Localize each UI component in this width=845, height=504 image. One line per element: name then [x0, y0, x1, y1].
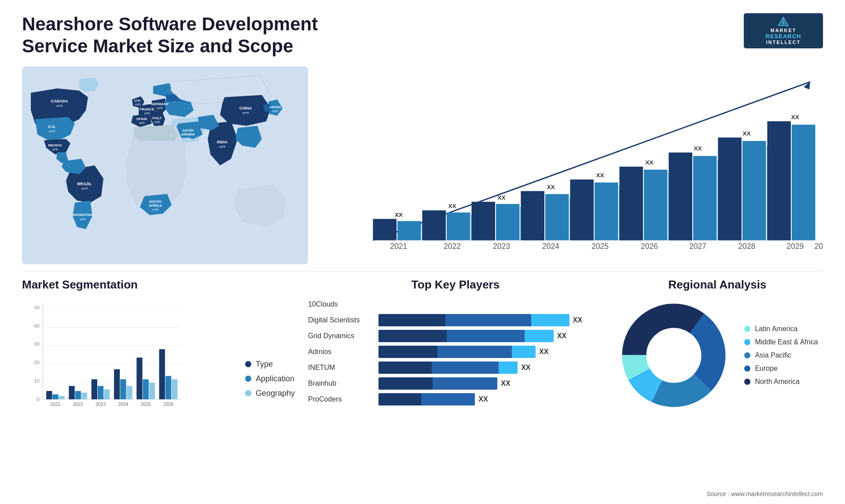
- player-bar-container-10clouds: [378, 298, 603, 310]
- legend-geography-dot: [245, 390, 251, 396]
- player-name-admios: Admios: [308, 348, 378, 356]
- player-label-ds: XX: [573, 316, 582, 324]
- player-row-brainhub: Brainhub XX: [308, 377, 603, 390]
- svg-rect-54: [545, 194, 569, 240]
- svg-text:10: 10: [34, 378, 40, 383]
- player-row-grid-dynamics: Grid Dynamics XX: [308, 330, 603, 342]
- legend-geography: Geography: [245, 389, 295, 398]
- bar-seg2: [421, 393, 475, 405]
- player-row-admios: Admios XX: [308, 346, 603, 358]
- svg-point-127: [647, 329, 700, 382]
- player-name-inetum: INETUM: [308, 364, 378, 372]
- right-panels: Top Key Players 10Clouds Digital Scienti…: [308, 278, 823, 421]
- player-name-procoders: ProCoders: [308, 395, 378, 403]
- svg-text:30: 30: [34, 341, 40, 347]
- bar-seg2: [433, 377, 497, 390]
- segmentation-legend: Type Application Geography: [241, 360, 295, 421]
- dot-europe: [744, 365, 750, 372]
- svg-text:SAUDI: SAUDI: [183, 128, 194, 132]
- player-bar-procoders: XX: [378, 393, 603, 405]
- legend-type-dot: [245, 361, 251, 367]
- svg-text:INDIA: INDIA: [217, 140, 228, 144]
- svg-text:JAPAN: JAPAN: [269, 105, 281, 109]
- player-bar-brainhub: XX: [378, 377, 603, 390]
- legend-asia-pacific: Asia Pacific: [744, 351, 818, 359]
- player-row-procoders: ProCoders XX: [308, 393, 603, 405]
- svg-rect-119: [165, 376, 171, 399]
- player-bar-gd: [378, 330, 554, 342]
- svg-text:U.K.: U.K.: [134, 99, 141, 102]
- bar-seg3: [525, 330, 554, 342]
- svg-text:SPAIN: SPAIN: [136, 117, 147, 121]
- dot-middle-east-africa: [744, 339, 750, 345]
- regional-content: Latin America Middle East & Africa Asia …: [612, 298, 823, 413]
- svg-rect-106: [92, 379, 97, 399]
- bar-seg3: [499, 362, 518, 374]
- svg-text:2025: 2025: [141, 402, 151, 407]
- player-label-gd: XX: [557, 332, 566, 340]
- legend-application-dot: [245, 376, 251, 382]
- logo-text-top: MARKET: [770, 28, 796, 33]
- svg-rect-107: [98, 386, 103, 399]
- svg-rect-115: [143, 379, 149, 399]
- svg-text:AFRICA: AFRICA: [149, 204, 162, 208]
- svg-text:XX: XX: [645, 159, 653, 166]
- dot-asia-pacific: [744, 352, 750, 358]
- svg-text:2023: 2023: [96, 402, 106, 407]
- legend-middle-east-africa: Middle East & Africa: [744, 338, 818, 346]
- svg-rect-98: [46, 391, 52, 399]
- svg-text:2021: 2021: [50, 402, 60, 407]
- bar-seg2: [447, 330, 525, 342]
- svg-text:2027: 2027: [689, 242, 706, 251]
- svg-text:xx%: xx%: [81, 186, 88, 190]
- svg-text:U.S.: U.S.: [48, 124, 56, 129]
- svg-text:ARGENTINA: ARGENTINA: [72, 213, 93, 217]
- svg-text:2024: 2024: [118, 402, 128, 407]
- svg-rect-48: [471, 202, 495, 241]
- player-bar-bh: [378, 377, 497, 390]
- svg-rect-116: [149, 383, 155, 399]
- svg-rect-73: [718, 137, 742, 240]
- svg-text:2030: 2030: [815, 242, 823, 251]
- player-label-bh: XX: [501, 380, 510, 387]
- svg-text:xx%: xx%: [272, 110, 278, 113]
- logo-box: MARKET RESEARCH INTELLECT: [744, 13, 823, 48]
- bar-seg1: [378, 314, 445, 326]
- bar-seg3: [512, 346, 536, 358]
- svg-rect-74: [742, 141, 766, 240]
- svg-text:XX: XX: [547, 183, 555, 190]
- svg-rect-112: [127, 386, 132, 399]
- regional-legend: Latin America Middle East & Africa Asia …: [744, 325, 818, 386]
- svg-rect-63: [619, 167, 643, 241]
- svg-text:XX: XX: [743, 130, 751, 137]
- svg-text:xx%: xx%: [56, 104, 62, 108]
- logo-icon: [775, 17, 792, 26]
- segmentation-panel: Market Segmentation 0 10 20 30 40 5: [22, 278, 295, 421]
- svg-text:xx%: xx%: [135, 103, 140, 106]
- legend-geography-label: Geography: [256, 389, 295, 398]
- svg-text:GERMANY: GERMANY: [151, 102, 169, 106]
- segmentation-title: Market Segmentation: [22, 278, 295, 292]
- svg-text:2022: 2022: [73, 402, 83, 407]
- divider: [22, 271, 823, 271]
- svg-rect-43: [422, 210, 446, 240]
- svg-rect-78: [767, 121, 791, 240]
- svg-text:CHINA: CHINA: [239, 106, 252, 110]
- svg-rect-102: [69, 386, 74, 399]
- segmentation-chart-svg: 0 10 20 30 40 50: [22, 296, 189, 419]
- player-bar-digital-scientists: XX: [378, 314, 603, 326]
- svg-text:xx%: xx%: [139, 121, 144, 124]
- label-europe: Europe: [755, 365, 778, 373]
- main-bar-chart-svg: 2021 XX 2022 XX 2023 XX 2024 XX: [330, 66, 823, 264]
- bar-seg2: [432, 362, 499, 374]
- svg-rect-120: [172, 379, 177, 399]
- bar-seg1: [378, 362, 432, 374]
- legend-latin-america: Latin America: [744, 325, 818, 333]
- label-middle-east-africa: Middle East & Africa: [755, 338, 818, 346]
- svg-text:20: 20: [34, 360, 40, 365]
- players-title: Top Key Players: [308, 278, 603, 292]
- regional-title: Regional Analysis: [612, 278, 823, 292]
- world-map-svg: CANADA xx% U.S. xx% MEXICO xx% BRAZIL xx…: [22, 66, 308, 264]
- svg-text:2022: 2022: [444, 242, 461, 251]
- svg-rect-64: [644, 170, 668, 241]
